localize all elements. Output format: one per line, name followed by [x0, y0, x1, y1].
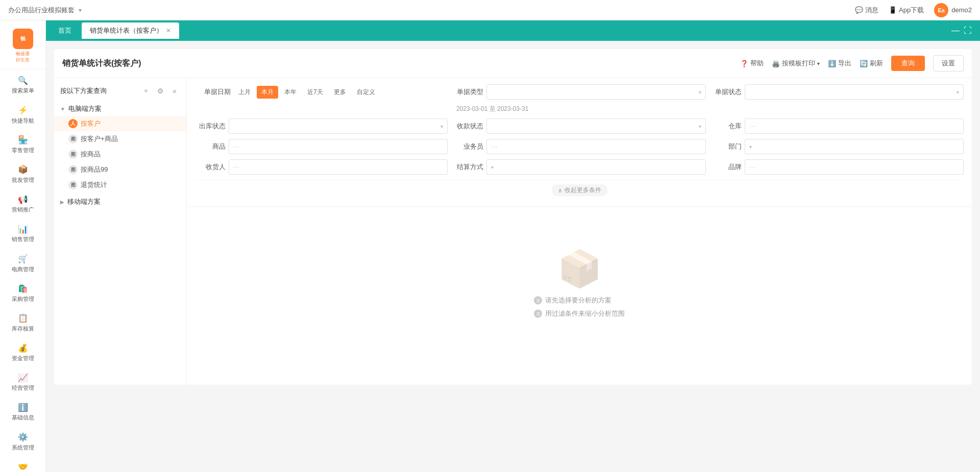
export-button[interactable]: ⬇️ 导出 — [828, 59, 851, 68]
app-download-action[interactable]: 📱 App下载 — [889, 6, 924, 15]
logo-icon: 畅 — [13, 29, 33, 49]
date-btn-custom[interactable]: 自定义 — [352, 86, 380, 99]
sidebar-item-retail[interactable]: 🏪 零售管理 — [0, 129, 45, 159]
scheme-item-icon-goods: 图 — [68, 150, 78, 159]
help-icon: ❓ — [740, 60, 748, 67]
tab-maximize-icon[interactable]: ⛶ — [964, 26, 972, 35]
sidebar-item-finance[interactable]: 💰 资金管理 — [0, 337, 45, 367]
top-header: 办公用品行业模拟账套 ▾ 💬 消息 📱 App下载 Ea demo2 — [0, 0, 980, 20]
sidebar: 畅 畅捷通好生意 🔍 搜索菜单 ⚡ 快捷导航 🏪 零售管理 📦 批发管理 � — [0, 20, 46, 472]
collab-icon: 🤝 — [17, 461, 29, 472]
sidebar-item-search[interactable]: 🔍 搜索菜单 — [0, 69, 45, 99]
refresh-button[interactable]: 🔄 刷新 — [860, 59, 883, 68]
scheme-item-label-goods99: 按商品99 — [81, 165, 108, 174]
tab-close-icon[interactable]: ✕ — [166, 27, 171, 34]
sidebar-item-inventory[interactable]: 📋 库存核算 — [0, 308, 45, 337]
operations-icon: 📈 — [17, 372, 29, 383]
settlement-input[interactable]: ▾ — [486, 159, 705, 175]
download-icon: 📱 — [889, 6, 897, 14]
doc-type-filter: 单据类型 ▾ — [453, 84, 705, 100]
scheme-item-by-goods99[interactable]: 图 按商品99 — [54, 162, 186, 177]
salesperson-input[interactable]: ··· — [486, 139, 705, 154]
collapse-icon: ∧ — [558, 187, 562, 194]
purchase-icon: 🛍️ — [17, 283, 29, 294]
out-status-label: 出库状态 — [195, 122, 226, 131]
out-status-dropdown-icon: ▾ — [440, 124, 443, 129]
sidebar-item-system[interactable]: ⚙️ 系统管理 — [0, 427, 45, 456]
department-input[interactable]: ▾ — [745, 139, 964, 154]
wholesale-icon: 📦 — [17, 164, 29, 175]
basicinfo-icon: ℹ️ — [17, 402, 29, 413]
app-container: 办公用品行业模拟账套 ▾ 💬 消息 📱 App下载 Ea demo2 — [0, 0, 980, 472]
sidebar-item-quicknav[interactable]: ⚡ 快捷导航 — [0, 100, 45, 129]
settlement-dropdown-icon: ▾ — [491, 164, 494, 170]
settlement-label: 结算方式 — [453, 162, 483, 172]
page-header: 销货单统计表(按客户) ❓ 帮助 🖨️ 按模板打印 ▾ — [54, 49, 972, 78]
payment-status-input[interactable]: ▾ — [486, 119, 705, 134]
date-btn-more[interactable]: 更多 — [329, 86, 351, 99]
tab-bar: 首页 销货单统计表（按客户） ✕ — ⛶ — [46, 20, 980, 41]
template-print-label: 按模板打印 — [782, 59, 815, 68]
sidebar-item-sales[interactable]: 📊 销售管理 — [0, 218, 45, 248]
collapse-button[interactable]: ∧ 收起更多条件 — [552, 184, 607, 196]
app-title: 办公用品行业模拟账套 — [8, 6, 75, 15]
goods-input[interactable]: ··· — [229, 139, 448, 154]
tab-minimize-icon[interactable]: — — [951, 26, 960, 35]
scheme-item-by-customer[interactable]: 人 按客户 — [54, 116, 186, 131]
scheme-item-return-stat[interactable]: 图 退货统计 — [54, 177, 186, 193]
inventory-icon: 📋 — [17, 313, 29, 324]
sidebar-item-basicinfo[interactable]: ℹ️ 基础信息 — [0, 396, 45, 426]
out-status-filter: 出库状态 ▾ — [195, 119, 448, 134]
avatar-initials: Ea — [938, 7, 945, 13]
out-status-input[interactable]: ▾ — [229, 119, 448, 134]
brand-input[interactable]: ··· — [745, 159, 964, 175]
date-btn-last-month[interactable]: 上月 — [234, 86, 255, 99]
receiver-input[interactable]: ··· — [229, 159, 448, 175]
sidebar-item-wholesale[interactable]: 📦 批发管理 — [0, 159, 45, 188]
scheme-panel-header: 按以下方案查询 ＋ ⚙ « — [54, 82, 186, 100]
scheme-edit-button[interactable]: ⚙ — [155, 85, 166, 97]
scheme-item-by-customer-goods[interactable]: 图 按客户+商品 — [54, 131, 186, 147]
scheme-item-icon-return: 图 — [68, 180, 78, 190]
sidebar-item-collab[interactable]: 🤝 企业协同 — [0, 456, 45, 472]
sidebar-item-purchase[interactable]: 🛍️ 采购管理 — [0, 278, 45, 308]
date-btn-this-year[interactable]: 本年 — [280, 86, 301, 99]
doc-status-label: 单据状态 — [711, 87, 742, 97]
date-filter: 单据日期 上月 本月 本年 近7天 更多 自定义 — [195, 84, 448, 100]
doc-type-input[interactable]: ▾ — [486, 84, 705, 100]
date-btn-7days[interactable]: 近7天 — [303, 86, 328, 99]
doc-status-input[interactable]: ▾ — [745, 84, 964, 100]
app-title-dropdown-icon[interactable]: ▾ — [79, 7, 82, 14]
warehouse-input[interactable]: ··· — [745, 119, 964, 134]
settings-button[interactable]: 设置 — [933, 55, 964, 72]
collapse-bar[interactable]: ∧ 收起更多条件 — [195, 180, 964, 200]
date-options: 上月 本月 本年 近7天 更多 自定义 — [234, 86, 448, 99]
sidebar-item-operations[interactable]: 📈 经营管理 — [0, 367, 45, 396]
salesperson-more-icon: ··· — [491, 143, 498, 150]
brand-filter: 品牌 ··· — [711, 159, 964, 175]
scheme-item-by-goods[interactable]: 图 按商品 — [54, 147, 186, 162]
scheme-item-icon-customer-goods: 图 — [68, 134, 78, 144]
help-label: 帮助 — [750, 59, 764, 68]
sidebar-item-ecommerce[interactable]: 🛒 电商管理 — [0, 248, 45, 278]
help-button[interactable]: ❓ 帮助 — [740, 59, 764, 68]
scheme-add-button[interactable]: ＋ — [140, 85, 152, 97]
message-action[interactable]: 💬 消息 — [855, 6, 878, 15]
salesperson-label: 业务员 — [453, 142, 483, 151]
date-range-text: 2023-03-01 至 2023-03-31 — [456, 105, 528, 113]
query-button[interactable]: 查询 — [891, 56, 925, 71]
template-print-button[interactable]: 🖨️ 按模板打印 ▾ — [772, 59, 820, 68]
warehouse-more-icon: ··· — [749, 123, 756, 130]
scheme-group-desktop-header[interactable]: ▼ 电脑端方案 — [54, 102, 186, 116]
scheme-collapse-button[interactable]: « — [169, 85, 180, 97]
avatar: Ea — [934, 3, 948, 17]
date-btn-this-month[interactable]: 本月 — [257, 86, 278, 99]
scheme-item-label-return: 退货统计 — [81, 180, 107, 190]
tab-home[interactable]: 首页 — [50, 22, 80, 39]
sidebar-item-marketing[interactable]: 📢 营销推广 — [0, 188, 45, 218]
scheme-group-desktop: ▼ 电脑端方案 人 按客户 图 按客户+商品 — [54, 102, 186, 193]
tab-sales-stat[interactable]: 销货单统计表（按客户） ✕ — [82, 22, 179, 39]
user-info[interactable]: Ea demo2 — [934, 3, 972, 17]
scheme-panel: 按以下方案查询 ＋ ⚙ « ▼ — [54, 78, 187, 385]
scheme-group-mobile-header[interactable]: ▶ 移动端方案 — [54, 195, 186, 209]
